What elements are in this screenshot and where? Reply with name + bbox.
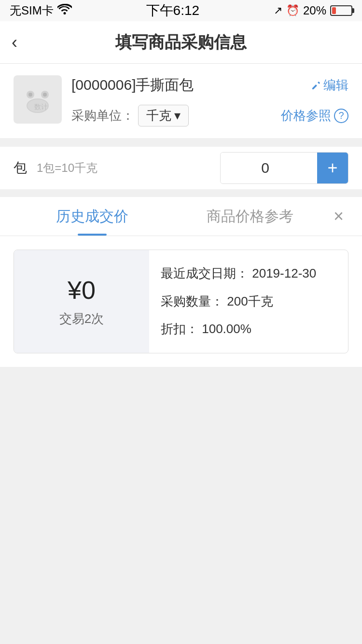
unit-select[interactable]: 千克 ▾ xyxy=(138,105,189,126)
quantity-input[interactable] xyxy=(221,153,317,183)
price-card: ¥0 交易2次 最近成交日期： 2019-12-30 采购数量： 200千克 折… xyxy=(14,250,348,353)
edit-button[interactable]: 编辑 xyxy=(311,77,348,94)
tab-price-reference[interactable]: 商品价格参考 xyxy=(171,197,328,236)
recent-date-row: 最近成交日期： 2019-12-30 xyxy=(161,264,336,284)
section-divider xyxy=(0,139,362,147)
purchase-qty-value: 200千克 xyxy=(227,294,273,308)
edit-label: 编辑 xyxy=(323,77,348,94)
unit-value: 千克 xyxy=(146,107,171,124)
price-ref-label: 价格参照 xyxy=(281,107,331,124)
quantity-section: 包 1包=10千克 + xyxy=(0,147,362,189)
alarm-icon: ⏰ xyxy=(286,4,299,17)
purchase-unit-row: 采购单位： 千克 ▾ 价格参照 ? xyxy=(71,105,348,126)
wifi-icon xyxy=(57,4,72,17)
price-ref-icon: ? xyxy=(334,109,348,123)
status-time: 下午6:12 xyxy=(146,1,200,20)
status-left: 无SIM卡 xyxy=(10,3,72,18)
discount-value: 100.00% xyxy=(202,322,251,336)
carrier-text: 无SIM卡 xyxy=(10,3,54,18)
tab-history-price[interactable]: 历史成交价 xyxy=(14,197,171,236)
price-value: 0 xyxy=(82,276,96,304)
price-trade-count: 交易2次 xyxy=(59,310,104,327)
product-section: 数计 [0000006]手撕面包 编辑 采购单位： xyxy=(0,64,362,138)
location-icon: ↗ xyxy=(274,4,282,17)
product-image: 数计 xyxy=(14,75,62,124)
svg-text:数计: 数计 xyxy=(34,103,48,111)
tab-bar: 历史成交价 商品价格参考 × xyxy=(0,197,362,236)
price-left: ¥0 交易2次 xyxy=(14,250,149,353)
discount-label: 折扣： xyxy=(161,322,198,336)
page-content: 数计 [0000006]手撕面包 编辑 采购单位： xyxy=(0,64,362,644)
price-currency: ¥ xyxy=(68,276,82,304)
svg-point-1 xyxy=(28,93,32,97)
tab-history-price-label: 历史成交价 xyxy=(56,207,128,226)
purchase-unit-label: 采购单位： xyxy=(71,107,134,124)
unit-dropdown-arrow: ▾ xyxy=(174,108,181,123)
quantity-input-group: + xyxy=(220,152,348,184)
price-amount: ¥0 xyxy=(68,276,96,305)
product-info: [0000006]手撕面包 编辑 采购单位： 千克 ▾ xyxy=(71,75,348,126)
price-right: 最近成交日期： 2019-12-30 采购数量： 200千克 折扣： 100.0… xyxy=(149,250,348,353)
tab-price-reference-label: 商品价格参考 xyxy=(207,207,293,226)
back-button[interactable]: ‹ xyxy=(12,32,17,53)
quantity-plus-button[interactable]: + xyxy=(317,153,348,183)
recent-date-label: 最近成交日期： xyxy=(161,266,249,280)
quantity-unit-label: 包 xyxy=(14,159,27,177)
price-content: ¥0 交易2次 最近成交日期： 2019-12-30 采购数量： 200千克 折… xyxy=(0,236,362,367)
quantity-unit-hint: 1包=10千克 xyxy=(37,160,97,176)
svg-point-3 xyxy=(43,93,47,97)
price-ref-button[interactable]: 价格参照 ? xyxy=(281,107,348,124)
tab-close-button[interactable]: × xyxy=(329,206,348,226)
status-bar: 无SIM卡 下午6:12 ↗ ⏰ 20% xyxy=(0,0,362,21)
tab-section: 历史成交价 商品价格参考 × ¥0 交易2次 最近成交日期： 2019- xyxy=(0,197,362,367)
battery-icon xyxy=(330,5,352,16)
purchase-qty-label: 采购数量： xyxy=(161,294,223,308)
purchase-qty-row: 采购数量： 200千克 xyxy=(161,292,336,312)
product-full-name: [0000006]手撕面包 xyxy=(71,75,194,95)
product-name-row: [0000006]手撕面包 编辑 xyxy=(71,75,348,95)
product-header: 数计 [0000006]手撕面包 编辑 采购单位： xyxy=(14,75,348,126)
recent-date-value: 2019-12-30 xyxy=(252,266,316,280)
discount-row: 折扣： 100.00% xyxy=(161,319,336,339)
status-right: ↗ ⏰ 20% xyxy=(274,4,352,17)
battery-percentage: 20% xyxy=(303,4,326,17)
nav-bar: ‹ 填写商品采购信息 xyxy=(0,21,362,64)
page-title: 填写商品采购信息 xyxy=(115,31,247,54)
